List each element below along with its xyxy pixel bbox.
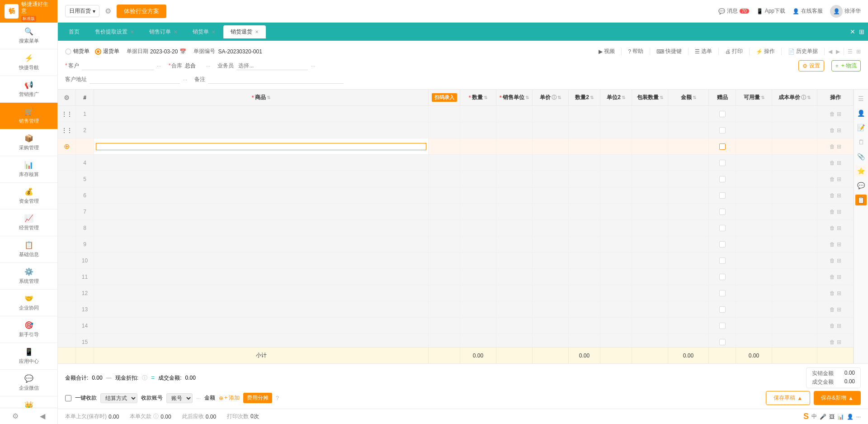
product-input-2[interactable]: [96, 127, 426, 133]
add-row-icon[interactable]: ⊕: [64, 142, 70, 151]
view-list-icon[interactable]: ☰: [848, 48, 853, 55]
cell-qty2-2[interactable]: [569, 122, 600, 138]
qty-input-1[interactable]: [462, 111, 494, 117]
save-draft-btn[interactable]: 保存草稿 ▲: [766, 391, 810, 405]
delete-row-icon-3[interactable]: 🗑: [830, 143, 835, 150]
delete-icon[interactable]: 🗑: [830, 339, 835, 345]
radio-return[interactable]: 退货单: [95, 48, 119, 55]
operate-btn[interactable]: ⚡ 操作: [753, 46, 778, 57]
qty-sort-icon[interactable]: ⇅: [484, 95, 487, 100]
delete-icon[interactable]: 🗑: [830, 290, 835, 296]
product-sort-icon[interactable]: ⇅: [267, 95, 270, 100]
copy-icon[interactable]: ⊞: [837, 209, 841, 215]
sidebar-item-newguide[interactable]: 🎯 新手引导: [0, 316, 57, 343]
sidebar-item-system[interactable]: ⚙️ 系统管理: [0, 263, 57, 290]
radio-delivery[interactable]: 销货单: [65, 48, 90, 55]
sidebar-item-marketing[interactable]: 📢 营销推广: [0, 76, 57, 103]
settings-btn[interactable]: ⚙ 设置: [798, 60, 824, 71]
cost-sort-icon[interactable]: ⇅: [807, 95, 811, 100]
fee-split-btn[interactable]: 费用分摊: [243, 393, 272, 403]
sidebar-item-sales[interactable]: 🛒 销售管理: [0, 103, 57, 129]
cell-amount-2[interactable]: [668, 122, 709, 138]
copy-row-icon-1[interactable]: ⊞: [837, 111, 841, 117]
cell-settings-3[interactable]: ⊕: [58, 138, 76, 154]
mic-icon[interactable]: 🎤: [820, 414, 826, 420]
cost-info-icon[interactable]: ⓘ: [801, 94, 806, 101]
warehouse-dots[interactable]: ···: [206, 63, 210, 69]
add-logistics-btn[interactable]: + + 物流: [831, 60, 861, 71]
cell-unit-1[interactable]: [496, 106, 533, 122]
right-panel-icon-2[interactable]: 👤: [855, 108, 867, 119]
online-service-btn[interactable]: 👤 在线客服: [793, 7, 823, 15]
sidebar-item-enterprise[interactable]: 🤝 企业协同: [0, 290, 57, 316]
fee-split-help-icon[interactable]: ?: [276, 395, 279, 401]
cell-gift-3[interactable]: [709, 138, 736, 154]
gift-checkbox-1[interactable]: [719, 111, 726, 117]
cell-product-3[interactable]: [94, 138, 429, 154]
unit2-input-1[interactable]: [602, 111, 630, 117]
history-btn[interactable]: 📄 历史单据: [785, 46, 821, 57]
sidebar-item-purchase[interactable]: 📦 采购管理: [0, 129, 57, 156]
cell-unit-2[interactable]: [496, 122, 533, 138]
tab-sales-return[interactable]: 销货退货 ✕: [223, 25, 266, 38]
delete-icon[interactable]: 🗑: [830, 257, 835, 264]
copy-row-icon-3[interactable]: ⊞: [837, 143, 841, 150]
cell-gift-1[interactable]: [709, 106, 736, 122]
user-profile[interactable]: 👤 徐泽华: [830, 5, 861, 18]
qty2-sort-icon[interactable]: ⇅: [590, 95, 594, 100]
copy-icon[interactable]: ⊞: [837, 160, 841, 166]
customer-dots[interactable]: ···: [157, 63, 161, 69]
save-new-btn[interactable]: 保存&新增 ▲: [814, 391, 861, 405]
delete-icon[interactable]: 🗑: [830, 241, 835, 248]
sidebar-item-operations[interactable]: 📈 经营管理: [0, 210, 57, 236]
sidebar-item-member[interactable]: 👑 畅会员: [0, 396, 57, 408]
app-download-btn[interactable]: 📱 App下载: [756, 7, 785, 15]
sidebar-settings-icon[interactable]: ⚙: [12, 412, 19, 420]
tab-home[interactable]: 首页: [61, 25, 87, 38]
delete-icon[interactable]: 🗑: [830, 209, 835, 215]
product-input-1[interactable]: [96, 111, 426, 117]
scan-btn[interactable]: 扫码录入: [432, 93, 457, 102]
right-panel-icon-6[interactable]: ⭐: [855, 166, 867, 176]
copy-icon[interactable]: ⊞: [837, 225, 841, 231]
sidebar-item-inventory[interactable]: 📊 库存核算: [0, 156, 57, 183]
sidebar-item-finance[interactable]: 💰 资金管理: [0, 183, 57, 210]
unit-input-1[interactable]: [498, 111, 530, 117]
cell-product-1[interactable]: [94, 106, 429, 122]
cell-pack-2[interactable]: [632, 122, 668, 138]
tab-price-setting[interactable]: 售价提取设置 ✕: [88, 25, 141, 38]
account-dots[interactable]: ···: [196, 395, 201, 401]
copy-icon[interactable]: ⊞: [837, 257, 841, 264]
amount-sort-icon[interactable]: ⇅: [693, 95, 696, 100]
right-panel-icon-7[interactable]: 💬: [855, 180, 867, 191]
sidebar-item-wechat[interactable]: 💬 企业微信: [0, 370, 57, 396]
qty2-input-1[interactable]: [571, 111, 598, 117]
address-input[interactable]: [90, 75, 180, 84]
product-input-3[interactable]: [96, 143, 426, 150]
note-input[interactable]: [208, 75, 344, 84]
unit-sort-icon[interactable]: ⇅: [525, 95, 529, 100]
tab-menu-icon[interactable]: ⊞: [859, 28, 864, 35]
copy-icon[interactable]: ⊞: [837, 339, 841, 345]
copy-row-icon-2[interactable]: ⊞: [837, 127, 841, 133]
gift-checkbox-3[interactable]: [719, 143, 726, 150]
nav-prev-icon[interactable]: ◀: [828, 48, 832, 55]
discount-info-icon[interactable]: ⓘ: [142, 374, 147, 382]
tab-close-sales-delivery[interactable]: ✕: [212, 29, 215, 34]
account-select[interactable]: 账号: [166, 393, 193, 403]
cell-gift-2[interactable]: [709, 122, 736, 138]
img-icon[interactable]: 🖼: [829, 414, 835, 420]
delete-icon[interactable]: 🗑: [830, 323, 835, 329]
price-input-1[interactable]: [534, 111, 566, 117]
table-icon[interactable]: 📊: [837, 414, 844, 420]
address-dots[interactable]: ···: [183, 76, 187, 83]
cell-amount-3[interactable]: [668, 138, 709, 154]
cell-unit2-1[interactable]: [600, 106, 632, 122]
tab-close-sales-return[interactable]: ✕: [255, 29, 259, 34]
delete-row-icon-1[interactable]: 🗑: [830, 111, 835, 117]
cell-pack-3[interactable]: [632, 138, 668, 154]
view-grid-icon[interactable]: ⊞: [856, 48, 861, 55]
right-panel-icon-4[interactable]: 🗒: [856, 137, 866, 148]
sidebar-item-appcenter[interactable]: 📱 应用中心: [0, 343, 57, 370]
select-order-btn[interactable]: ☰ 选单: [692, 46, 715, 57]
